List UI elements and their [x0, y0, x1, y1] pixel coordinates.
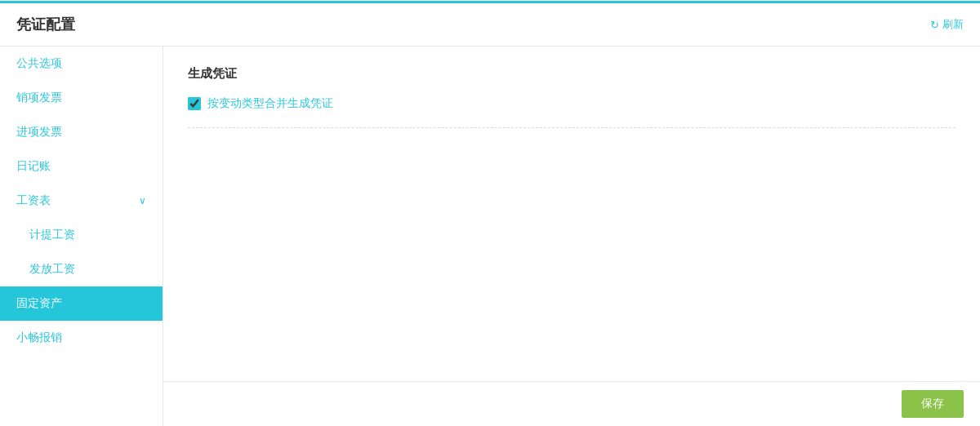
sidebar-item-calc-salary[interactable]: 计提工资	[0, 218, 163, 252]
sidebar-item-expense-label: 小畅报销	[16, 331, 62, 345]
refresh-button[interactable]: ↻ 刷新	[930, 17, 964, 32]
sidebar-item-sales-invoice[interactable]: 销项发票	[0, 81, 163, 115]
sidebar-item-public-label: 公共选项	[16, 56, 62, 71]
page-header: 凭证配置 ↻ 刷新	[0, 3, 980, 47]
footer: 保存	[163, 381, 980, 426]
main-content: 公共选项 销项发票 进项发票 日记账 工资表 ∨ 计提工资 发放工资 固定资产 …	[0, 47, 980, 426]
sidebar-item-pay-salary[interactable]: 发放工资	[0, 252, 163, 286]
content-area: 生成凭证 按变动类型合并生成凭证	[163, 47, 980, 426]
sidebar-item-expense[interactable]: 小畅报销	[0, 321, 163, 355]
refresh-icon: ↻	[930, 19, 939, 31]
save-button[interactable]: 保存	[902, 390, 964, 418]
merge-by-type-label[interactable]: 按变动类型合并生成凭证	[207, 96, 333, 111]
top-bar	[0, 0, 980, 3]
page-title: 凭证配置	[16, 15, 75, 34]
sidebar: 公共选项 销项发票 进项发票 日记账 工资表 ∨ 计提工资 发放工资 固定资产 …	[0, 47, 163, 426]
section-title: 生成凭证	[188, 66, 956, 82]
refresh-label: 刷新	[942, 17, 964, 32]
checkbox-row: 按变动类型合并生成凭证	[188, 96, 956, 111]
sidebar-item-fixed-assets-label: 固定资产	[16, 296, 62, 311]
sidebar-item-calc-salary-label: 计提工资	[29, 228, 75, 242]
section-divider	[188, 127, 956, 128]
sidebar-item-payroll[interactable]: 工资表 ∨	[0, 184, 163, 218]
sidebar-item-journal-label: 日记账	[16, 159, 51, 174]
sidebar-item-journal[interactable]: 日记账	[0, 149, 163, 184]
merge-by-type-checkbox[interactable]	[188, 97, 201, 110]
sidebar-item-public[interactable]: 公共选项	[0, 47, 163, 81]
sidebar-item-pay-salary-label: 发放工资	[29, 262, 75, 277]
chevron-down-icon: ∨	[139, 195, 146, 206]
sidebar-item-sales-invoice-label: 销项发票	[16, 91, 62, 105]
sidebar-item-purchase-invoice-label: 进项发票	[16, 125, 62, 140]
sidebar-item-purchase-invoice[interactable]: 进项发票	[0, 115, 163, 149]
sidebar-item-payroll-label: 工资表	[16, 193, 51, 208]
sidebar-item-fixed-assets[interactable]: 固定资产	[0, 286, 163, 321]
